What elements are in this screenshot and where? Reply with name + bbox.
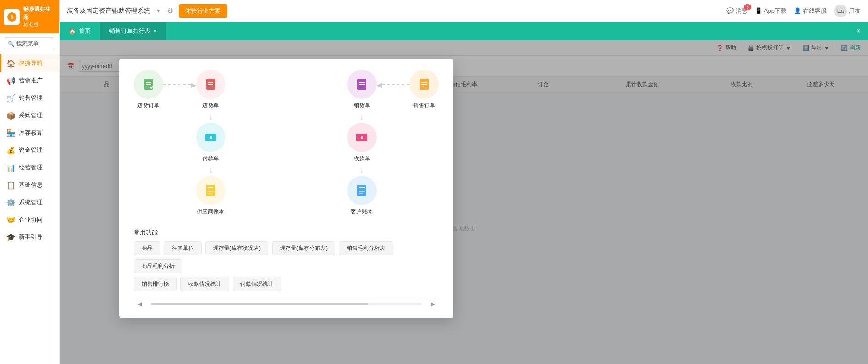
sidebar-item-label: 经营管理 [19, 163, 43, 172]
receipt-circle: ¥ [347, 123, 377, 152]
app-icon: 📱 [755, 7, 762, 14]
sales-bill-circle [347, 70, 377, 99]
inventory-icon: 🏪 [7, 129, 15, 137]
modal-overlay[interactable]: 进货订单 ▶ [60, 40, 868, 364]
svg-text:6: 6 [11, 15, 13, 20]
sidebar-item-label: 销售管理 [19, 94, 43, 102]
newbie-icon: 🎓 [7, 233, 15, 241]
tab-home[interactable]: 🏠 首页 [60, 22, 100, 40]
logo-text: 畅康通好生意 标准版 [23, 5, 55, 28]
flow-node-purchase-order[interactable]: 进货订单 [134, 70, 163, 109]
sidebar-item-basic-info[interactable]: 📋 基础信息 [0, 176, 59, 194]
arrow-down-3: ↓ [360, 112, 364, 122]
supplier-account-label: 供应商账本 [197, 208, 224, 216]
func-btn-product[interactable]: 商品 [134, 241, 160, 255]
main-area: 装备及固定资产辅助管理系统 ▼ ⚙ 体验行业方案 💬 消息 6 📱 App下载 … [60, 0, 868, 364]
basic-info-icon: 📋 [7, 181, 15, 189]
message-icon: 💬 [726, 7, 734, 14]
func-btn-sales-ranking[interactable]: 销售排行榜 [134, 277, 177, 291]
scroll-left-arrow[interactable]: ◀ [134, 301, 145, 307]
message-item[interactable]: 💬 消息 6 [726, 7, 748, 15]
func-btn-receipt-stats[interactable]: 收款情况统计 [180, 277, 229, 291]
flow-node-sales-order[interactable]: 销售订单 [409, 70, 439, 109]
operations-icon: 📊 [7, 163, 15, 172]
func-btn-stock-status[interactable]: 现存量(库存状况表) [205, 241, 268, 255]
flow-node-supplier-account[interactable]: 供应商账本 [196, 176, 225, 216]
sidebar-item-system[interactable]: ⚙️ 系统管理 [0, 194, 59, 211]
service-icon: 👤 [794, 7, 801, 14]
sales-order-circle [409, 70, 439, 99]
search-menu-button[interactable]: 🔍 搜索菜单 [4, 37, 55, 50]
sidebar-item-inventory[interactable]: 🏪 库存核算 [0, 124, 59, 141]
header-right: 💬 消息 6 📱 App下载 👤 在线客服 Ea 用友 [726, 5, 861, 17]
arrow-down-1: ↓ [209, 112, 213, 122]
flow-node-purchase-bill[interactable]: 进货单 [196, 70, 225, 109]
quick-nav-modal: 进货订单 ▶ [119, 59, 453, 318]
flow-col-4: 销售订单 [409, 70, 439, 111]
logo-icon: 6 [4, 9, 20, 25]
sidebar-item-quick-nav[interactable]: 🏠 快捷导航 [0, 54, 59, 72]
func-btn-sales-margin[interactable]: 销售毛利分析表 [339, 241, 393, 255]
sidebar-item-label: 快捷导航 [19, 59, 43, 67]
modal-inner: 进货订单 ▶ [119, 59, 453, 318]
scrollbar-track[interactable] [151, 303, 422, 305]
sidebar-search[interactable]: 🔍 搜索菜单 [0, 33, 59, 54]
receipt-label: 收款单 [354, 155, 370, 163]
flow-node-payment[interactable]: ¥ 付款单 [196, 123, 225, 163]
tab-sales-order[interactable]: 销售订单执行表 × [100, 22, 166, 40]
sidebar-item-label: 营销推广 [19, 76, 43, 85]
func-btn-product-margin[interactable]: 商品毛利分析 [134, 259, 182, 273]
sidebar-item-newbie[interactable]: 🎓 新手引导 [0, 228, 59, 246]
sidebar-item-operations[interactable]: 📊 经营管理 [0, 159, 59, 176]
sidebar-item-sales[interactable]: 🛒 销售管理 [0, 89, 59, 107]
settings-icon[interactable]: ⚙ [167, 6, 173, 15]
sidebar: 6 畅康通好生意 标准版 🔍 搜索菜单 🏠 快捷导航 📢 营销推广 [0, 0, 60, 364]
scroll-right-arrow[interactable]: ▶ [427, 301, 439, 307]
sidebar-item-label: 资金管理 [19, 146, 43, 154]
finance-icon: 💰 [7, 146, 15, 154]
tab-close-icon[interactable]: × [153, 28, 157, 34]
func-btn-payment-stats[interactable]: 付款情况统计 [233, 277, 281, 291]
content-area: ❓ 帮助 🖨️ 按模板打印 ▼ ⬆️ 导出 ▼ [60, 40, 868, 364]
flow-node-receipt[interactable]: ¥ 收款单 [347, 123, 377, 163]
common-functions: 常用功能 商品 往来单位 现存量(库存状况表) 现存量(库存分布表) 销售毛利分… [134, 228, 439, 291]
dropdown-icon[interactable]: ▼ [156, 8, 161, 14]
online-service-item[interactable]: 👤 在线客服 [794, 7, 827, 15]
sidebar-item-finance[interactable]: 💰 资金管理 [0, 141, 59, 159]
func-btn-contacts[interactable]: 往来单位 [164, 241, 202, 255]
flow-col-3: 销货单 ↓ ¥ [347, 70, 377, 217]
user-item[interactable]: Ea 用友 [834, 5, 861, 17]
message-badge: 6 [744, 4, 751, 10]
arrow-down-4: ↓ [360, 165, 364, 175]
scrollbar-thumb [151, 303, 368, 305]
func-btn-stock-dist[interactable]: 现存量(库存分布表) [272, 241, 335, 255]
modal-scrollbar: ◀ ▶ [134, 297, 439, 311]
sidebar-navigation: 🏠 快捷导航 📢 营销推广 🛒 销售管理 📦 采购管理 🏪 库存核算 💰 [0, 54, 59, 364]
home-tab-icon: 🏠 [69, 28, 76, 35]
enterprise-icon: 🤝 [7, 216, 15, 224]
tab-sales-order-label: 销售订单执行表 [109, 27, 151, 35]
sidebar-item-purchase[interactable]: 📦 采购管理 [0, 107, 59, 124]
svg-text:¥: ¥ [360, 135, 363, 140]
flow-node-customer-account[interactable]: 客户账本 [347, 176, 377, 216]
sidebar-item-label: 采购管理 [19, 111, 43, 120]
arrow-1: ▶ [163, 70, 196, 89]
sidebar-item-marketing[interactable]: 📢 营销推广 [0, 72, 59, 89]
arrow-down-2: ↓ [209, 165, 213, 175]
experience-btn[interactable]: 体验行业方案 [179, 4, 227, 18]
purchase-bill-label: 进货单 [202, 102, 219, 109]
sidebar-item-label: 企业协同 [19, 216, 43, 224]
system-icon: ⚙️ [7, 198, 15, 206]
payment-label: 付款单 [202, 155, 219, 163]
func-buttons: 商品 往来单位 现存量(库存状况表) 现存量(库存分布表) 销售毛利分析表 商品… [134, 241, 439, 273]
top-header: 装备及固定资产辅助管理系统 ▼ ⚙ 体验行业方案 💬 消息 6 📱 App下载 … [60, 0, 868, 22]
svg-rect-22 [357, 185, 366, 196]
flow-diagram: 进货订单 ▶ [134, 70, 439, 217]
customer-account-label: 客户账本 [351, 208, 373, 216]
sidebar-item-enterprise[interactable]: 🤝 企业协同 [0, 211, 59, 228]
flow-node-sales-bill[interactable]: 销货单 [347, 70, 377, 109]
app-download-item[interactable]: 📱 App下载 [755, 7, 786, 15]
common-functions-title: 常用功能 [134, 228, 439, 237]
sidebar-item-label: 系统管理 [19, 198, 43, 206]
window-close-icon[interactable]: × [857, 27, 861, 35]
